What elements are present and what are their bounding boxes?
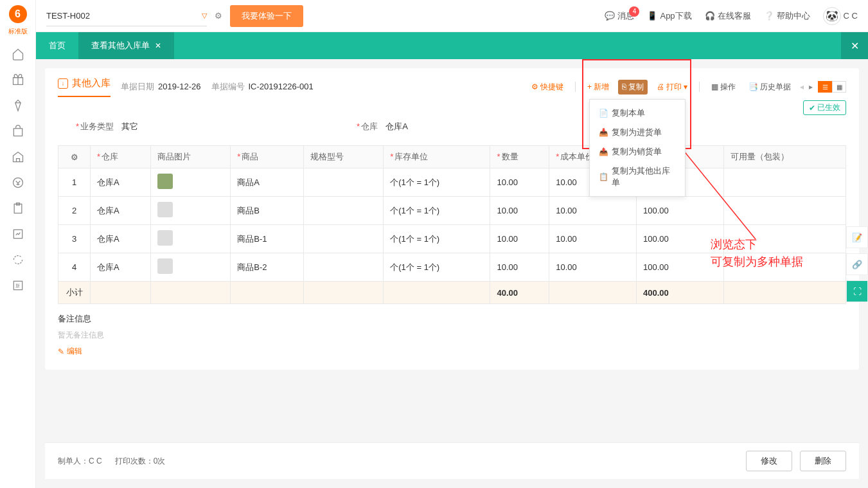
col-product: *商品 xyxy=(231,146,304,168)
tabbar: 首页 查看其他入库单 ✕ ✕ xyxy=(36,32,868,59)
product-thumb xyxy=(157,230,173,246)
card-title: ↓ 其他入库 xyxy=(58,77,111,97)
user-menu[interactable]: 🐼 C C xyxy=(823,7,858,25)
dropdown-copy-this[interactable]: 📄复制本单 xyxy=(590,104,685,123)
settings-icon[interactable]: ⚙ xyxy=(215,11,222,21)
copy-dropdown: 📄复制本单 📥复制为进货单 📤复制为销货单 📋复制为其他出库单 xyxy=(589,99,686,197)
printer-icon: 🖨 xyxy=(657,82,664,91)
topbar: TEST-H002 ▽ ⚙ 我要体验一下 💬 消息 4 📱 App下载 🎧 在线… xyxy=(36,0,868,32)
view-list-button[interactable]: ☰ xyxy=(818,81,832,93)
subtotal-row: 小计 40.00 400.00 xyxy=(58,282,846,304)
history-icon: 📑 xyxy=(748,82,758,91)
float-note-icon[interactable]: 📝 xyxy=(846,226,868,248)
warehouse-field: *仓库仓库A xyxy=(357,121,408,132)
operations-button[interactable]: ▦操作 xyxy=(707,80,740,95)
message-badge: 4 xyxy=(629,6,639,17)
items-table: ⚙ *仓库 商品图片 *商品 规格型号 *库存单位 *数量 *成本单价 *成本金… xyxy=(58,145,846,304)
col-spec: 规格型号 xyxy=(304,146,384,168)
nav-gift-icon[interactable] xyxy=(10,72,26,87)
doc-icon: 📄 xyxy=(599,109,608,118)
copy-button[interactable]: ⎘复制 xyxy=(618,80,648,95)
table-row[interactable]: 1 仓库A 商品A 个(1个 = 1个) 10.00 10.00 100.00 xyxy=(58,168,846,197)
copy-icon: ⎘ xyxy=(622,82,626,91)
document-card: ↓ 其他入库 单据日期2019-12-26 单据编号IC-20191226-00… xyxy=(45,68,859,370)
col-unit: *库存单位 xyxy=(384,146,490,168)
message-icon: 💬 xyxy=(605,11,615,21)
doc-icon: 📥 xyxy=(599,128,608,137)
history-button[interactable]: 📑历史单据 xyxy=(745,80,795,95)
business-type-field: *业务类型其它 xyxy=(76,121,138,132)
dropdown-copy-sales[interactable]: 📤复制为销货单 xyxy=(590,142,685,161)
inbound-icon: ↓ xyxy=(58,78,68,89)
print-count-info: 打印次数：0次 xyxy=(115,456,166,467)
help-icon: ❔ xyxy=(764,11,774,21)
maker-info: 制单人：C C xyxy=(58,456,102,467)
doc-icon: 📋 xyxy=(599,172,608,181)
col-image: 商品图片 xyxy=(151,146,231,168)
org-name: TEST-H002 xyxy=(46,11,90,21)
table-row[interactable]: 4 仓库A 商品B-2 个(1个 = 1个) 10.00 10.00 100.0… xyxy=(58,253,846,282)
nav-warehouse-icon[interactable] xyxy=(10,149,26,165)
app-download-link[interactable]: 📱 App下载 xyxy=(647,10,691,22)
table-row[interactable]: 3 仓库A 商品B-1 个(1个 = 1个) 10.00 10.00 100.0… xyxy=(58,225,846,253)
delete-button[interactable]: 删除 xyxy=(800,451,846,471)
new-button[interactable]: +新增 xyxy=(583,80,613,95)
remarks-empty: 暂无备注信息 xyxy=(58,330,846,341)
prev-button[interactable]: ◂ xyxy=(800,82,804,91)
customer-service-link[interactable]: 🎧 在线客服 xyxy=(705,10,751,22)
left-sidebar: 6 标准版 新 xyxy=(0,0,36,488)
logo-icon: 6 xyxy=(9,5,27,23)
dropdown-copy-outbound[interactable]: 📋复制为其他出库单 xyxy=(590,161,685,192)
nav-money-icon[interactable] xyxy=(10,175,26,190)
column-config-button[interactable]: ⚙ xyxy=(58,146,91,168)
tabbar-close-button[interactable]: ✕ xyxy=(841,32,868,59)
grid-icon: ▦ xyxy=(711,82,718,91)
print-button[interactable]: 🖨打印 ▾ xyxy=(653,80,691,95)
nav-report-icon[interactable] xyxy=(10,226,26,242)
avatar-icon: 🐼 xyxy=(823,7,841,25)
check-icon: ✔ xyxy=(809,104,815,113)
close-icon[interactable]: ✕ xyxy=(155,41,161,50)
trial-button[interactable]: 我要体验一下 xyxy=(230,5,303,27)
view-grid-button[interactable]: ▦ xyxy=(832,81,846,93)
shortcut-button[interactable]: ⚙快捷键 xyxy=(527,80,567,95)
float-link-icon[interactable]: 🔗 xyxy=(846,253,868,275)
col-qty: *数量 xyxy=(490,146,549,168)
org-selector[interactable]: TEST-H002 ▽ xyxy=(46,6,207,26)
svg-rect-1 xyxy=(13,129,22,136)
nav-home-icon[interactable] xyxy=(10,46,26,62)
col-available: 可用量（包装） xyxy=(723,146,846,168)
remarks-section: 备注信息 暂无备注信息 ✎编辑 xyxy=(58,313,846,357)
plus-icon: + xyxy=(587,82,592,91)
status-badge: ✔已生效 xyxy=(803,100,846,115)
product-thumb xyxy=(157,202,173,217)
modify-button[interactable]: 修改 xyxy=(746,451,792,471)
nav-sync-icon[interactable] xyxy=(10,252,26,267)
nav-clipboard-icon[interactable] xyxy=(10,201,26,216)
col-warehouse: *仓库 xyxy=(91,146,151,168)
tab-current[interactable]: 查看其他入库单 ✕ xyxy=(78,32,174,59)
chevron-down-icon: ▽ xyxy=(202,12,207,20)
doc-date: 单据日期2019-12-26 xyxy=(121,81,201,93)
footer-bar: 制单人：C C 打印次数：0次 修改 删除 xyxy=(45,442,859,479)
messages-link[interactable]: 💬 消息 4 xyxy=(605,10,634,22)
dropdown-copy-purchase[interactable]: 📥复制为进货单 xyxy=(590,123,685,142)
nav-bag-icon[interactable] xyxy=(10,123,26,139)
svg-text:新: 新 xyxy=(15,284,19,288)
product-thumb xyxy=(157,174,173,189)
nav-diamond-icon[interactable] xyxy=(10,98,26,113)
product-thumb xyxy=(157,258,173,274)
edit-remarks-button[interactable]: ✎编辑 xyxy=(58,346,846,357)
edit-icon: ✎ xyxy=(58,347,64,356)
chevron-down-icon: ▾ xyxy=(684,82,687,91)
next-button[interactable]: ▸ xyxy=(809,82,813,91)
table-row[interactable]: 2 仓库A 商品B 个(1个 = 1个) 10.00 10.00 100.00 xyxy=(58,197,846,225)
nav-new-icon[interactable]: 新 xyxy=(10,278,26,293)
float-expand-icon[interactable]: ⛶ xyxy=(846,280,868,302)
remarks-title: 备注信息 xyxy=(58,313,846,325)
doc-icon: 📤 xyxy=(599,147,608,156)
help-center-link[interactable]: ❔ 帮助中心 xyxy=(764,10,810,22)
headset-icon: 🎧 xyxy=(705,11,715,21)
tab-home[interactable]: 首页 xyxy=(36,32,78,59)
phone-icon: 📱 xyxy=(647,11,657,21)
